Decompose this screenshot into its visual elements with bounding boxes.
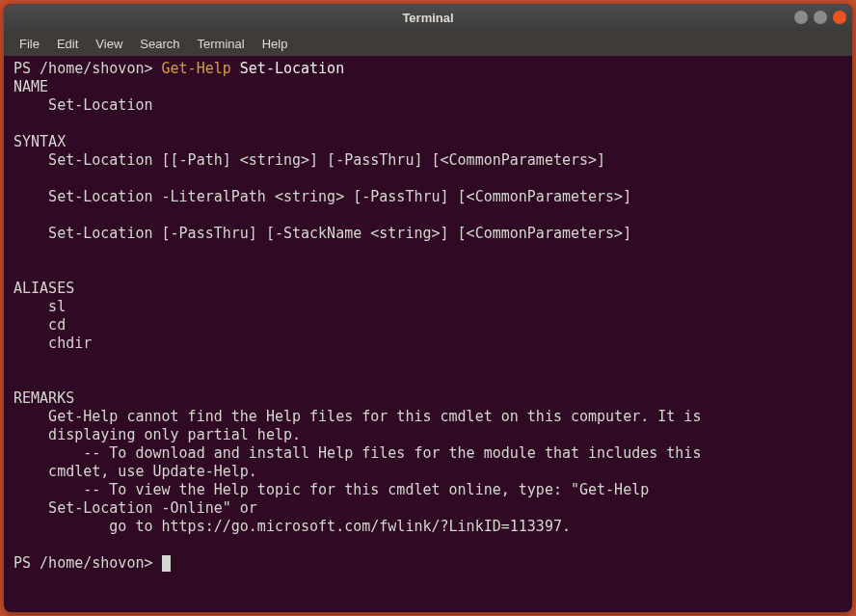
cursor-icon xyxy=(162,555,171,572)
window-title: Terminal xyxy=(402,11,453,25)
titlebar[interactable]: Terminal xyxy=(4,4,852,31)
command-output: NAME Set-Location SYNTAX Set-Location [[… xyxy=(13,78,701,535)
command-name: Get-Help xyxy=(162,60,231,77)
maximize-icon[interactable] xyxy=(814,11,827,24)
menu-edit[interactable]: Edit xyxy=(49,34,86,54)
menu-view[interactable]: View xyxy=(88,34,130,54)
command-arg: Set-Location xyxy=(231,60,344,77)
menu-file[interactable]: File xyxy=(12,34,47,54)
minimize-icon[interactable] xyxy=(794,11,808,24)
terminal-body[interactable]: PS /home/shovon> Get-Help Set-Location N… xyxy=(4,56,852,612)
menu-terminal[interactable]: Terminal xyxy=(190,34,253,54)
close-icon[interactable] xyxy=(833,11,846,24)
menu-search[interactable]: Search xyxy=(132,34,187,54)
window-controls xyxy=(794,11,846,24)
menubar: File Edit View Search Terminal Help xyxy=(4,31,852,56)
terminal-window: Terminal File Edit View Search Terminal … xyxy=(4,4,852,612)
prompt-line-1: PS /home/shovon> xyxy=(13,60,162,77)
menu-help[interactable]: Help xyxy=(254,34,296,54)
prompt-line-2: PS /home/shovon> xyxy=(13,554,162,572)
